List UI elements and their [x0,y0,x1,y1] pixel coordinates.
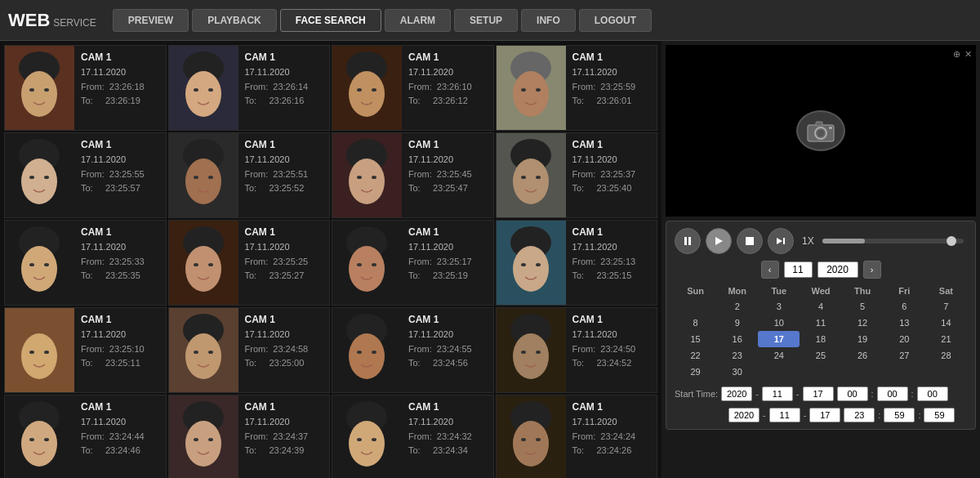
cal-day-8[interactable]: 8 [675,315,716,331]
prev-month-button[interactable]: ‹ [761,261,779,279]
svg-point-69 [208,351,213,354]
cal-day-7[interactable]: 7 [925,298,967,315]
preview-area: ⊕ ✕ [666,45,976,217]
face-from-19: From: 23:24:24 [572,430,636,444]
face-info-10: CAM 1 17.11.2020 From: 23:25:17 To: 23:2… [402,221,479,305]
cal-day-23[interactable]: 23 [716,347,758,364]
cal-day-9[interactable]: 9 [716,315,758,331]
nav-tab-setup[interactable]: SETUP [454,9,518,32]
face-cell-8[interactable]: CAM 1 17.11.2020 From: 23:25:33 To: 23:2… [4,220,167,306]
cal-day-13[interactable]: 13 [884,315,925,331]
face-cell-9[interactable]: CAM 1 17.11.2020 From: 23:25:25 To: 23:2… [168,220,331,306]
face-cell-5[interactable]: CAM 1 17.11.2020 From: 23:25:51 To: 23:2… [168,132,331,218]
cal-day-11[interactable]: 11 [800,315,841,331]
cal-day-16[interactable]: 16 [716,331,758,347]
cal-day-19[interactable]: 19 [842,331,884,347]
year-input[interactable] [817,261,858,278]
start-year-field[interactable] [721,386,752,401]
skip-button[interactable] [768,228,794,254]
face-from-9: From: 23:25:25 [245,255,309,270]
face-date-15: 17.11.2020 [572,328,636,342]
cal-day-18[interactable]: 18 [800,331,841,347]
face-cell-15[interactable]: CAM 1 17.11.2020 From: 23:24:50 To: 23:2… [496,307,658,393]
face-cell-10[interactable]: CAM 1 17.11.2020 From: 23:25:17 To: 23:2… [332,220,494,306]
cal-day-22[interactable]: 22 [675,347,716,364]
face-thumb-13 [169,308,238,392]
play-button[interactable] [706,228,732,254]
face-cell-16[interactable]: CAM 1 17.11.2020 From: 23:24:44 To: 23:2… [4,395,167,478]
end-hour-field[interactable] [844,408,875,422]
nav-tab-preview[interactable]: PREVIEW [113,9,189,32]
cal-day-21[interactable]: 21 [925,331,967,347]
face-cell-12[interactable]: CAM 1 17.11.2020 From: 23:25:10 To: 23:2… [4,307,167,393]
cal-day-15[interactable]: 15 [675,331,716,347]
cal-day-30[interactable]: 30 [716,364,758,380]
end-day-field[interactable] [809,408,840,422]
cal-day-17[interactable]: 17 [758,331,800,347]
face-cam-6: CAM 1 [408,137,472,153]
progress-bar[interactable] [822,239,964,243]
cal-day-3[interactable]: 3 [758,298,800,315]
cal-day-2[interactable]: 2 [716,298,758,315]
face-cell-19[interactable]: CAM 1 17.11.2020 From: 23:24:24 To: 23:2… [496,395,658,478]
nav-tab-info[interactable]: INFO [521,9,576,32]
cal-day-6[interactable]: 6 [884,298,925,315]
cal-day-4[interactable]: 4 [800,298,841,315]
end-min-field[interactable] [884,408,915,422]
face-cell-18[interactable]: CAM 1 17.11.2020 From: 23:24:32 To: 23:2… [332,395,494,478]
face-cell-17[interactable]: CAM 1 17.11.2020 From: 23:24:37 To: 23:2… [168,395,331,478]
svg-point-34 [372,176,376,179]
stop-button[interactable] [737,228,763,254]
cal-day-12[interactable]: 12 [842,315,884,331]
zoom-icon[interactable]: ⊕ [953,49,960,60]
svg-point-33 [357,176,362,179]
face-date-19: 17.11.2020 [572,415,636,430]
nav-tab-logout[interactable]: LOGOUT [579,9,652,32]
cal-day-29[interactable]: 29 [675,364,716,380]
start-hour-field[interactable] [837,386,868,401]
end-year-field[interactable] [728,408,760,422]
end-month-field[interactable] [769,408,800,422]
svg-point-14 [372,88,376,92]
face-cam-11: CAM 1 [572,225,636,240]
face-to-8: To: 23:25:35 [81,269,145,284]
face-info-1: CAM 1 17.11.2020 From: 23:26:14 To: 23:2… [238,46,315,130]
pause-button[interactable] [675,228,701,254]
face-cell-2[interactable]: CAM 1 17.11.2020 From: 23:26:10 To: 23:2… [332,45,494,131]
cal-day-5[interactable]: 5 [842,298,884,315]
calendar-grid: SunMonTueWedThuFriSat 234567891011121314… [675,284,967,380]
start-month-field[interactable] [762,386,793,401]
face-date-10: 17.11.2020 [408,240,472,255]
cal-day-25[interactable]: 25 [800,347,841,364]
cal-day-20[interactable]: 20 [884,331,925,347]
face-to-7: To: 23:25:40 [572,181,636,196]
face-cell-0[interactable]: CAM 1 17.11.2020 From: 23:26:18 To: 23:2… [4,45,167,131]
nav-tab-playback[interactable]: PLAYBACK [192,9,277,32]
nav-tab-face-search[interactable]: FACE SEARCH [280,9,381,32]
face-from-17: From: 23:24:37 [245,430,309,444]
face-date-0: 17.11.2020 [81,65,145,80]
face-cell-13[interactable]: CAM 1 17.11.2020 From: 23:24:58 To: 23:2… [168,307,331,393]
start-min-field[interactable] [877,386,908,401]
cal-day-28[interactable]: 28 [925,347,967,364]
month-input[interactable] [784,261,813,278]
cal-day-24[interactable]: 24 [758,347,800,364]
next-month-button[interactable]: › [863,261,881,279]
cal-day-14[interactable]: 14 [925,315,967,331]
face-cell-4[interactable]: CAM 1 17.11.2020 From: 23:25:55 To: 23:2… [4,132,167,218]
face-cell-11[interactable]: CAM 1 17.11.2020 From: 23:25:13 To: 23:2… [496,220,658,306]
start-sec-field[interactable] [917,386,948,401]
end-sec-field[interactable] [924,408,955,422]
face-date-14: 17.11.2020 [408,328,472,342]
face-cell-7[interactable]: CAM 1 17.11.2020 From: 23:25:37 To: 23:2… [496,132,658,218]
face-cell-1[interactable]: CAM 1 17.11.2020 From: 23:26:14 To: 23:2… [168,45,331,131]
cal-day-26[interactable]: 26 [842,347,884,364]
nav-tab-alarm[interactable]: ALARM [385,9,451,32]
close-icon[interactable]: ✕ [964,49,972,60]
cal-day-10[interactable]: 10 [758,315,800,331]
face-cell-6[interactable]: CAM 1 17.11.2020 From: 23:25:45 To: 23:2… [332,132,494,218]
start-day-field[interactable] [803,386,834,401]
face-cell-14[interactable]: CAM 1 17.11.2020 From: 23:24:55 To: 23:2… [332,307,494,393]
cal-day-27[interactable]: 27 [884,347,925,364]
face-cell-3[interactable]: CAM 1 17.11.2020 From: 23:25:59 To: 23:2… [496,45,658,131]
